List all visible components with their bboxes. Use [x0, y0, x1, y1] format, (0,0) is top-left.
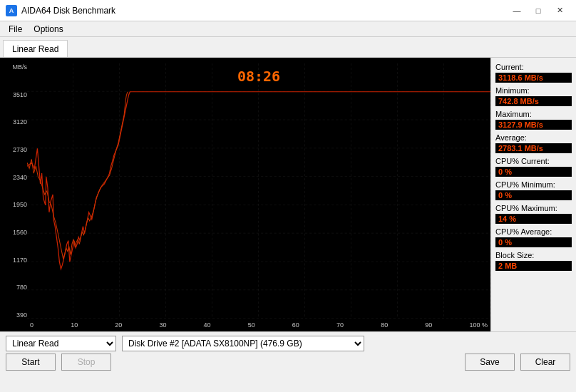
- maximize-button[interactable]: □: [528, 4, 549, 18]
- maximum-label: Maximum:: [495, 110, 572, 118]
- test-type-dropdown[interactable]: Linear Read: [6, 336, 116, 351]
- cpu-average-label: CPU% Average:: [495, 227, 572, 236]
- chart-svg: [27, 63, 490, 319]
- tab-bar: Linear Read: [0, 37, 576, 57]
- x-tick-60: 60: [292, 321, 299, 329]
- y-tick-390: 390: [1, 311, 27, 319]
- y-tick-780: 780: [1, 284, 27, 291]
- block-size-value: 2 MB: [495, 261, 572, 271]
- x-tick-40: 40: [204, 321, 211, 329]
- cpu-minimum-value: 0 %: [495, 190, 572, 200]
- cpu-maximum-label: CPU% Maximum:: [495, 204, 572, 212]
- x-tick-90: 90: [425, 321, 432, 329]
- window-title: AIDA64 Disk Benchmark: [21, 6, 115, 16]
- cpu-current-value: 0 %: [495, 167, 572, 177]
- current-label: Current:: [495, 63, 572, 71]
- title-controls: — □ ✕: [506, 4, 570, 18]
- block-size-label: Block Size:: [495, 251, 572, 259]
- bottom-row2: Start Stop Save Clear: [6, 354, 570, 371]
- y-tick-1950: 1950: [1, 201, 27, 208]
- x-tick-100: 100 %: [469, 321, 488, 329]
- app-icon: A: [6, 5, 17, 16]
- save-button[interactable]: Save: [465, 354, 515, 371]
- start-button[interactable]: Start: [6, 354, 56, 371]
- current-value: 3118.6 MB/s: [495, 73, 572, 83]
- y-axis: MB/s 3510 3120 2730 2340 1950 1560 1170 …: [0, 58, 27, 331]
- tab-linear-read[interactable]: Linear Read: [3, 40, 68, 57]
- chart-area: MB/s 3510 3120 2730 2340 1950 1560 1170 …: [0, 58, 490, 331]
- y-tick-2730: 2730: [1, 146, 27, 153]
- disk-dropdown[interactable]: Disk Drive #2 [ADATA SX8100NP] (476.9 GB…: [122, 336, 364, 351]
- x-tick-0: 0: [30, 321, 34, 329]
- close-button[interactable]: ✕: [549, 4, 570, 18]
- y-tick-3510: 3510: [1, 91, 27, 98]
- bottom-bar: Linear Read Disk Drive #2 [ADATA SX8100N…: [0, 331, 576, 374]
- y-tick-2340: 2340: [1, 174, 27, 181]
- menu-file[interactable]: File: [3, 23, 28, 36]
- y-tick-3120: 3120: [1, 118, 27, 125]
- x-axis: 0 10 20 30 40 50 60 70 80 90 100 %: [27, 319, 490, 331]
- svg-rect-4: [27, 63, 490, 319]
- x-tick-80: 80: [381, 321, 388, 329]
- title-bar: A AIDA64 Disk Benchmark — □ ✕: [0, 0, 576, 21]
- cpu-current-label: CPU% Current:: [495, 157, 572, 165]
- y-tick-1170: 1170: [1, 257, 27, 264]
- title-bar-left: A AIDA64 Disk Benchmark: [6, 5, 115, 16]
- minimum-label: Minimum:: [495, 86, 572, 95]
- time-display: 08:26: [237, 68, 280, 85]
- menu-bar: File Options: [0, 21, 576, 37]
- average-value: 2783.1 MB/s: [495, 143, 572, 153]
- maximum-value: 3127.9 MB/s: [495, 120, 572, 130]
- average-label: Average:: [495, 133, 572, 142]
- bottom-row1: Linear Read Disk Drive #2 [ADATA SX8100N…: [6, 336, 570, 351]
- cpu-maximum-value: 14 %: [495, 214, 572, 224]
- main-content: MB/s 3510 3120 2730 2340 1950 1560 1170 …: [0, 57, 576, 331]
- x-tick-30: 30: [159, 321, 166, 329]
- x-tick-70: 70: [336, 321, 344, 329]
- y-label-mbs: MB/s: [1, 63, 27, 71]
- x-tick-50: 50: [248, 321, 255, 329]
- x-tick-20: 20: [115, 321, 122, 329]
- clear-button[interactable]: Clear: [520, 354, 570, 371]
- cpu-minimum-label: CPU% Minimum:: [495, 180, 572, 189]
- y-tick-1560: 1560: [1, 229, 27, 236]
- stop-button[interactable]: Stop: [61, 354, 111, 371]
- chart-inner: 08:26: [27, 63, 490, 319]
- minimum-value: 742.8 MB/s: [495, 96, 572, 106]
- menu-options[interactable]: Options: [28, 23, 68, 36]
- cpu-average-value: 0 %: [495, 237, 572, 247]
- x-tick-10: 10: [71, 321, 78, 329]
- right-panel: Current: 3118.6 MB/s Minimum: 742.8 MB/s…: [490, 58, 576, 331]
- minimize-button[interactable]: —: [506, 4, 528, 18]
